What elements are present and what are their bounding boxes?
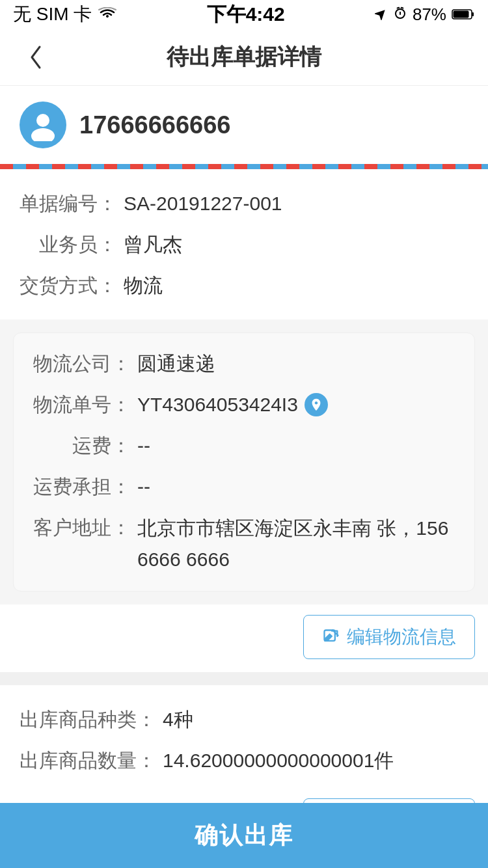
tracking-number-value: YT43064053424I3 [137, 390, 455, 419]
goods-section: 出库商品种类： 4种 出库商品数量： 14.62000000000000001件 [0, 685, 488, 788]
logistics-section: 物流公司： 圆通速递 物流单号： YT43064053424I3 运费： -- … [13, 332, 475, 591]
gray-divider-1 [0, 672, 488, 685]
document-number-row: 单据编号： SA-20191227-001 [20, 189, 468, 218]
address-row: 客户地址： 北京市市辖区海淀区永丰南 张，156 6666 6666 [33, 513, 455, 575]
back-button[interactable] [20, 41, 52, 74]
salesperson-label: 业务员： [20, 230, 124, 259]
freight-value: -- [137, 431, 455, 460]
freight-bearer-label: 运费承担： [33, 472, 137, 501]
carrier-label: 无 SIM 卡 [13, 2, 92, 27]
edit-button-row: 编辑物流信息 [0, 604, 488, 672]
goods-type-value: 4种 [163, 705, 468, 734]
salesperson-row: 业务员： 曾凡杰 [20, 230, 468, 259]
avatar [20, 102, 66, 148]
alarm-icon [393, 5, 407, 25]
logistics-company-row: 物流公司： 圆通速递 [33, 349, 455, 378]
delivery-method-label: 交货方式： [20, 271, 124, 300]
svg-point-3 [400, 14, 401, 15]
tracking-number-row: 物流单号： YT43064053424I3 [33, 390, 455, 419]
salesperson-value: 曾凡杰 [124, 230, 468, 259]
goods-quantity-row: 出库商品数量： 14.62000000000000001件 [20, 746, 468, 775]
battery-icon [452, 5, 475, 25]
freight-label: 运费： [33, 431, 137, 460]
document-number-label: 单据编号： [20, 189, 124, 218]
freight-row: 运费： -- [33, 431, 455, 460]
goods-type-label: 出库商品种类： [20, 705, 163, 734]
address-value: 北京市市辖区海淀区永丰南 张，156 6666 6666 [137, 513, 455, 575]
page-title: 待出库单据详情 [167, 42, 321, 72]
svg-point-7 [36, 114, 49, 127]
customer-header: 17666666666 [0, 86, 488, 164]
svg-point-8 [31, 128, 55, 141]
logistics-company-value: 圆通速递 [137, 349, 455, 378]
battery-label: 87% [413, 5, 446, 25]
goods-type-row: 出库商品种类： 4种 [20, 705, 468, 734]
svg-rect-6 [454, 10, 469, 18]
confirm-outbound-label: 确认出库 [195, 820, 293, 852]
edit-logistics-button[interactable]: 编辑物流信息 [303, 615, 475, 659]
location-status-icon [375, 5, 388, 25]
tracking-number-label: 物流单号： [33, 390, 137, 419]
customer-phone: 17666666666 [79, 111, 230, 139]
logistics-company-label: 物流公司： [33, 349, 137, 378]
freight-bearer-value: -- [137, 472, 455, 501]
svg-rect-5 [472, 12, 474, 16]
track-location-button[interactable] [305, 393, 328, 416]
status-left: 无 SIM 卡 [13, 2, 116, 27]
edit-logistics-label: 编辑物流信息 [347, 625, 456, 649]
status-right: 87% [375, 5, 475, 25]
status-time: 下午4:42 [207, 1, 285, 28]
status-bar: 无 SIM 卡 下午4:42 [0, 0, 488, 29]
delivery-method-row: 交货方式： 物流 [20, 271, 468, 300]
basic-info-section: 单据编号： SA-20191227-001 业务员： 曾凡杰 交货方式： 物流 [0, 169, 488, 319]
goods-quantity-label: 出库商品数量： [20, 746, 163, 775]
freight-bearer-row: 运费承担： -- [33, 472, 455, 501]
confirm-outbound-button[interactable]: 确认出库 [0, 803, 488, 868]
document-number-value: SA-20191227-001 [124, 189, 468, 218]
delivery-method-value: 物流 [124, 271, 468, 300]
wifi-icon [98, 4, 116, 25]
dashed-divider [0, 164, 488, 169]
address-label: 客户地址： [33, 513, 137, 542]
goods-quantity-value: 14.62000000000000001件 [163, 746, 468, 775]
nav-bar: 待出库单据详情 [0, 29, 488, 86]
